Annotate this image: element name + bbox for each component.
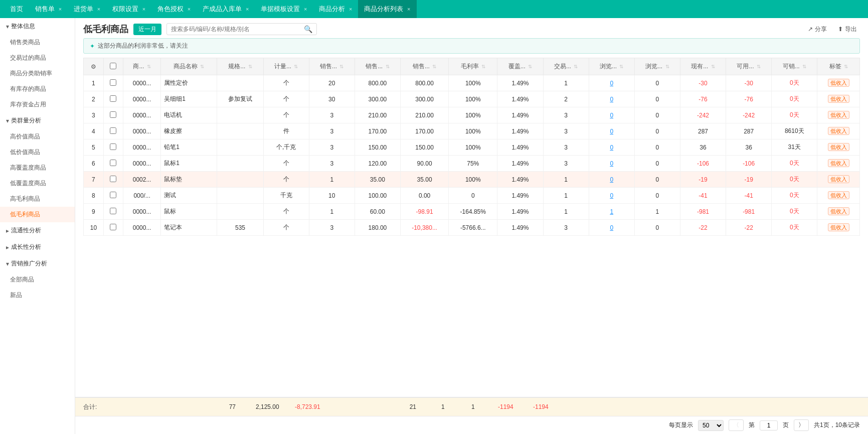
browse-link[interactable]: 0 [610, 176, 613, 183]
td-checkbox[interactable] [103, 91, 123, 107]
td-tag: 低收入 [817, 75, 860, 91]
th-current-stock[interactable]: 现有... ⇅ [680, 58, 726, 75]
td-col12: 0 [589, 220, 634, 236]
td-col16: 0天 [772, 204, 817, 220]
nav-sales[interactable]: 销售单 × [29, 0, 68, 18]
sidebar-item-new-goods[interactable]: 新品 [0, 287, 75, 303]
search-icon[interactable]: 🔍 [304, 25, 312, 33]
nav-purchase[interactable]: 进货单 × [68, 0, 106, 18]
td-checkbox[interactable] [103, 204, 123, 220]
row-checkbox[interactable] [110, 160, 116, 166]
row-checkbox[interactable] [110, 192, 116, 198]
sidebar-item-category-rate[interactable]: 商品分类助销率 [0, 66, 75, 81]
sidebar-item-sales-goods[interactable]: 销售类商品 [0, 35, 75, 50]
page-number-input[interactable] [760, 420, 778, 430]
th-unit[interactable]: 计量... ⇅ [263, 58, 309, 75]
td-col14: -981 [680, 204, 726, 220]
date-filter-button[interactable]: 近一月 [133, 24, 161, 35]
th-tag[interactable]: 标签 ⇅ [817, 58, 860, 75]
close-permission-icon[interactable]: × [142, 6, 145, 12]
sidebar-item-low-margin[interactable]: 低毛利商品 [0, 207, 75, 222]
nav-permission[interactable]: 权限设置 × [106, 0, 151, 18]
sidebar-section-growth[interactable]: ▸ 成长性分析 [0, 239, 75, 255]
td-checkbox[interactable] [103, 75, 123, 91]
browse-link[interactable]: 0 [610, 192, 613, 199]
nav-role[interactable]: 角色授权 × [151, 0, 197, 18]
row-checkbox[interactable] [110, 127, 116, 134]
search-input[interactable] [171, 26, 304, 33]
td-col13: 0 [634, 123, 680, 139]
browse-link[interactable]: 1 [610, 208, 613, 215]
close-list-icon[interactable]: × [407, 6, 410, 12]
row-checkbox[interactable] [110, 224, 116, 230]
sidebar-section-cluster[interactable]: ▾ 类群量分析 [0, 112, 75, 129]
sidebar-item-high-margin[interactable]: 高毛利商品 [0, 191, 75, 207]
th-checkbox[interactable] [103, 58, 123, 75]
share-button[interactable]: ↗ 分享 [805, 24, 830, 35]
row-checkbox[interactable] [110, 95, 116, 102]
sidebar-item-stock-capital[interactable]: 库存资金占用 [0, 97, 75, 112]
browse-link[interactable]: 0 [610, 224, 613, 231]
close-purchase-icon[interactable]: × [97, 6, 100, 12]
th-sales3[interactable]: 销售... ⇅ [400, 58, 448, 75]
th-sales2[interactable]: 销售... ⇅ [355, 58, 400, 75]
sidebar-section-marketing[interactable]: ▾ 营销推广分析 [0, 255, 75, 272]
close-analysis-icon[interactable]: × [349, 6, 352, 12]
th-spec[interactable]: 规格... ⇅ [217, 58, 263, 75]
row-checkbox[interactable] [110, 208, 116, 214]
sidebar-item-all-goods[interactable]: 全部商品 [0, 272, 75, 287]
browse-link[interactable]: 0 [610, 128, 613, 135]
sidebar-item-in-stock[interactable]: 有库存的商品 [0, 81, 75, 97]
nav-home[interactable]: 首页 [4, 0, 29, 18]
th-settings[interactable]: ⚙ [84, 58, 104, 75]
close-product-icon[interactable]: × [246, 6, 249, 12]
sidebar-item-low-coverage[interactable]: 低覆盖度商品 [0, 176, 75, 191]
nav-template[interactable]: 单据模板设置 × [255, 0, 313, 18]
row-checkbox[interactable] [110, 111, 116, 118]
sidebar-item-high-value[interactable]: 高价值商品 [0, 129, 75, 144]
th-coverage[interactable]: 覆盖... ⇅ [497, 58, 543, 75]
prev-page-button[interactable]: 〈 [729, 419, 744, 431]
row-checkbox[interactable] [110, 176, 116, 182]
td-checkbox[interactable] [103, 156, 123, 172]
th-transaction[interactable]: 交易... ⇅ [543, 58, 589, 75]
share-icon: ↗ [808, 26, 813, 33]
close-sales-icon[interactable]: × [59, 6, 62, 12]
td-checkbox[interactable] [103, 220, 123, 236]
th-available[interactable]: 可用... ⇅ [726, 58, 772, 75]
nav-analysis-list[interactable]: 商品分析列表 × [358, 0, 416, 18]
sidebar-item-high-coverage[interactable]: 高覆盖度商品 [0, 160, 75, 176]
close-role-icon[interactable]: × [188, 6, 191, 12]
td-checkbox[interactable] [103, 107, 123, 123]
tag-badge: 低收入 [828, 127, 849, 135]
th-code[interactable]: 商... ⇅ [123, 58, 161, 75]
th-saleable[interactable]: 可销... ⇅ [772, 58, 817, 75]
browse-link[interactable]: 0 [610, 112, 613, 119]
th-margin[interactable]: 毛利率 ⇅ [449, 58, 497, 75]
sidebar-section-circulation[interactable]: ▸ 流通性分析 [0, 222, 75, 239]
td-checkbox[interactable] [103, 139, 123, 156]
td-checkbox[interactable] [103, 172, 123, 188]
th-browse2[interactable]: 浏览... ⇅ [634, 58, 680, 75]
close-template-icon[interactable]: × [304, 6, 307, 12]
sidebar-item-low-value[interactable]: 低价值商品 [0, 144, 75, 160]
browse-link[interactable]: 0 [610, 80, 613, 87]
per-page-select[interactable]: 50 100 200 [698, 420, 724, 431]
browse-link[interactable]: 0 [610, 144, 613, 151]
row-checkbox[interactable] [110, 79, 116, 86]
nav-analysis[interactable]: 商品分析 × [313, 0, 358, 18]
select-all-checkbox[interactable] [110, 63, 116, 69]
td-checkbox[interactable] [103, 188, 123, 204]
th-browse1[interactable]: 浏览... ⇅ [589, 58, 634, 75]
next-page-button[interactable]: 〉 [794, 419, 809, 431]
td-checkbox[interactable] [103, 123, 123, 139]
th-name[interactable]: 商品名称 ⇅ [161, 58, 217, 75]
sidebar-section-overall[interactable]: ▾ 整体信息 [0, 18, 75, 35]
row-checkbox[interactable] [110, 143, 116, 150]
th-sales1[interactable]: 销售... ⇅ [309, 58, 355, 75]
browse-link[interactable]: 0 [610, 160, 613, 167]
browse-link[interactable]: 0 [610, 96, 613, 103]
sidebar-item-traded-goods[interactable]: 交易过的商品 [0, 50, 75, 66]
export-button[interactable]: ⬆ 导出 [835, 24, 860, 35]
nav-product-entry[interactable]: 产成品入库单 × [197, 0, 255, 18]
